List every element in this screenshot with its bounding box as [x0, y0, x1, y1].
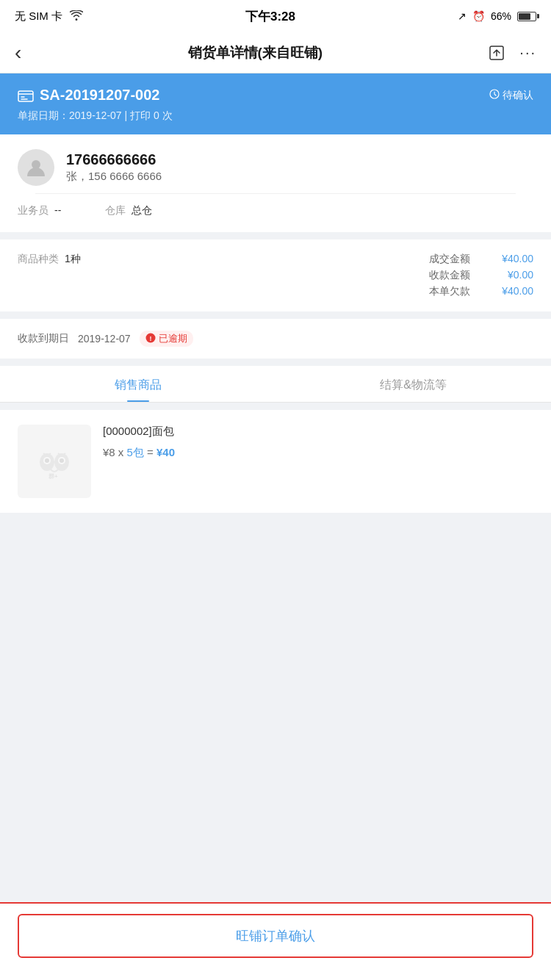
- received-amount-value: ¥0.00: [482, 269, 533, 282]
- product-type-label: 商品种类: [18, 253, 59, 266]
- wifi-icon: [70, 10, 83, 23]
- total-price: ¥40: [156, 446, 175, 458]
- svg-point-10: [45, 458, 49, 463]
- salesperson-value: --: [54, 204, 61, 217]
- received-amount-label: 收款金额: [429, 269, 470, 282]
- salesperson-item: 业务员 --: [18, 204, 61, 217]
- status-left: 无 SIM 卡: [15, 10, 83, 24]
- warehouse-value: 总仓: [132, 204, 152, 217]
- nav-bar: ‹ 销货单详情(来自旺铺) ···: [0, 32, 551, 73]
- summary-right: 成交金额 ¥40.00 收款金额 ¥0.00 本单欠款 ¥40.00: [429, 253, 533, 298]
- customer-row: 17666666666 张，156 6666 6666: [18, 149, 533, 186]
- product-item: 群+ [0000002]面包 ¥8 x 5包 = ¥40: [18, 425, 533, 498]
- status-bar: 无 SIM 卡 下午3:28 ↗ ⏰ 66%: [0, 0, 551, 32]
- product-name: [0000002]面包: [103, 425, 533, 439]
- warehouse-item: 仓库 总仓: [105, 204, 152, 217]
- nav-actions: ···: [489, 44, 536, 61]
- deal-amount-label: 成交金额: [429, 253, 470, 266]
- owed-amount-value: ¥40.00: [482, 285, 533, 298]
- deal-amount-row: 成交金额 ¥40.00: [429, 253, 533, 266]
- alarm-icon: ⏰: [472, 10, 485, 22]
- customer-phone: 17666666666: [66, 151, 162, 168]
- status-right: ↗ ⏰ 66%: [458, 10, 536, 22]
- equals-sign: =: [147, 446, 156, 458]
- payment-due-section: 收款到期日 2019-12-07 ! 已逾期: [0, 319, 551, 359]
- warehouse-label: 仓库: [105, 204, 126, 217]
- tab-sales-products-label: 销售商品: [115, 378, 162, 391]
- summary-left: 商品种类 1种: [18, 253, 81, 266]
- owed-amount-label: 本单欠款: [429, 285, 470, 298]
- bottom-area: [0, 513, 551, 660]
- customer-section: 17666666666 张，156 6666 6666 业务员 -- 仓库 总仓: [0, 134, 551, 232]
- avatar: [18, 149, 54, 186]
- multiply-sign: x: [118, 446, 127, 458]
- svg-text:!: !: [149, 335, 151, 342]
- product-thumbnail: 群+: [18, 425, 91, 498]
- share-button[interactable]: [489, 45, 505, 61]
- product-type-count: 1种: [65, 253, 81, 266]
- location-icon: ↗: [458, 10, 467, 22]
- svg-point-11: [60, 458, 64, 463]
- overdue-text: 已逾期: [159, 332, 187, 345]
- battery-icon: [517, 12, 536, 21]
- tab-sales-products[interactable]: 销售商品: [0, 366, 276, 402]
- customer-info: 17666666666 张，156 6666 6666: [66, 151, 162, 184]
- status-time: 下午3:28: [245, 8, 295, 25]
- warning-icon: !: [145, 333, 156, 345]
- more-button[interactable]: ···: [519, 44, 536, 61]
- order-status: 待确认: [489, 89, 533, 102]
- payment-due-date: 2019-12-07: [78, 333, 131, 345]
- page-title: 销货单详情(来自旺铺): [188, 43, 323, 62]
- customer-meta: 业务员 -- 仓库 总仓: [18, 204, 533, 217]
- back-button[interactable]: ‹: [15, 41, 21, 65]
- svg-rect-1: [18, 91, 33, 101]
- deal-amount-value: ¥40.00: [482, 253, 533, 266]
- clock-icon: [489, 89, 500, 101]
- confirm-button[interactable]: 旺铺订单确认: [18, 914, 533, 958]
- tab-settlement-label: 结算&物流等: [380, 378, 447, 391]
- product-info: [0000002]面包 ¥8 x 5包 = ¥40: [103, 425, 533, 460]
- price-value: ¥8: [103, 446, 115, 458]
- carrier-label: 无 SIM 卡: [15, 10, 62, 24]
- tab-settlement[interactable]: 结算&物流等: [276, 366, 551, 402]
- payment-due-label: 收款到期日: [18, 332, 69, 345]
- summary-section: 商品种类 1种 成交金额 ¥40.00 收款金额 ¥0.00 本单欠款 ¥40.…: [0, 239, 551, 311]
- owed-amount-row: 本单欠款 ¥40.00: [429, 285, 533, 298]
- confirm-btn-container: 旺铺订单确认: [0, 902, 551, 980]
- tabs: 销售商品 结算&物流等: [0, 366, 551, 403]
- product-section: 群+ [0000002]面包 ¥8 x 5包 = ¥40: [0, 410, 551, 513]
- svg-text:群+: 群+: [48, 473, 58, 480]
- quantity: 5包: [127, 446, 144, 458]
- order-id-row: SA-20191207-002 待确认: [18, 87, 533, 104]
- salesperson-label: 业务员: [18, 204, 48, 217]
- order-date: 单据日期：2019-12-07 | 打印 0 次: [18, 109, 533, 123]
- battery-percent: 66%: [491, 10, 511, 22]
- product-price: ¥8 x 5包 = ¥40: [103, 446, 533, 460]
- customer-name: 张，156 6666 6666: [66, 170, 162, 184]
- order-id: SA-20191207-002: [18, 87, 159, 104]
- order-header-card: SA-20191207-002 待确认 单据日期：2019-12-07 | 打印…: [0, 73, 551, 134]
- overdue-badge: ! 已逾期: [140, 331, 193, 347]
- received-amount-row: 收款金额 ¥0.00: [429, 269, 533, 282]
